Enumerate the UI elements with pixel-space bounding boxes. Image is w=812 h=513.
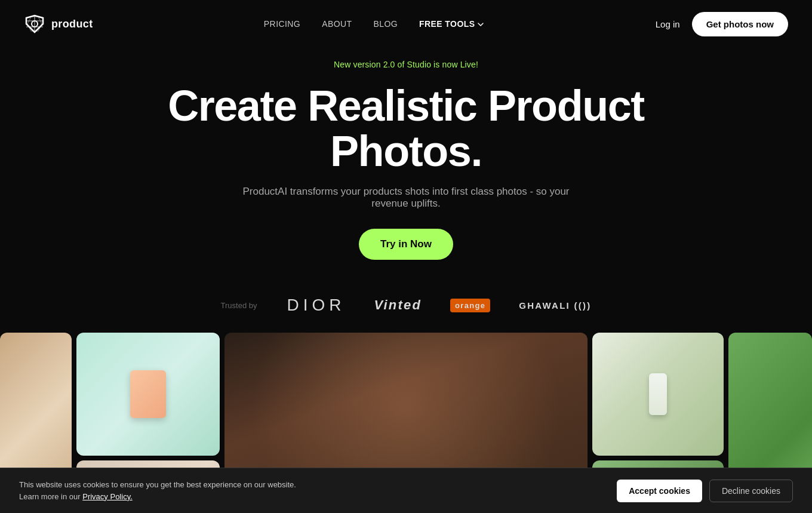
cookie-buttons: Accept cookies Decline cookies — [617, 480, 793, 502]
cookie-banner: This website uses cookies to ensure you … — [0, 468, 812, 513]
brand-orange: orange — [450, 299, 490, 312]
brand-dior: DIOR — [287, 296, 346, 315]
cookie-text: This website uses cookies to ensure you … — [19, 479, 605, 502]
privacy-policy-link[interactable]: Privacy Policy. — [82, 492, 133, 501]
logo-icon — [24, 13, 45, 35]
chevron-down-icon — [477, 21, 484, 28]
gallery-image-skincare — [592, 333, 724, 456]
hero-cta-button[interactable]: Try in Now — [359, 229, 453, 260]
brand-vinted: Vinted — [374, 297, 422, 313]
get-photos-button[interactable]: Get photos now — [692, 12, 788, 36]
main-nav: product PRICING ABOUT BLOG FREE TOOLS Lo… — [0, 0, 812, 48]
logo[interactable]: product — [24, 13, 93, 35]
trusted-logos: DIOR Vinted orange GHAWALI (()) — [287, 296, 592, 315]
nav-links: PRICING ABOUT BLOG FREE TOOLS — [264, 19, 485, 29]
gallery-image-perfume — [76, 333, 220, 456]
nav-item-free-tools[interactable]: FREE TOOLS — [419, 19, 484, 29]
hero-title: Create Realistic Product Photos. — [137, 84, 675, 174]
nav-item-blog[interactable]: BLOG — [373, 19, 398, 29]
hero-subtitle: ProductAI transforms your products shots… — [227, 186, 585, 210]
nav-item-pricing[interactable]: PRICING — [264, 19, 300, 29]
hero-section: New version 2.0 of Studio is now Live! C… — [0, 48, 812, 284]
logo-label: product — [51, 18, 93, 30]
login-button[interactable]: Log in — [656, 19, 680, 29]
accept-cookies-button[interactable]: Accept cookies — [617, 480, 702, 502]
nav-right: Log in Get photos now — [656, 12, 788, 36]
trusted-section: Trusted by DIOR Vinted orange GHAWALI ((… — [0, 284, 812, 333]
hero-banner: New version 2.0 of Studio is now Live! — [24, 60, 788, 69]
decline-cookies-button[interactable]: Decline cookies — [709, 480, 793, 502]
brand-ghawali: GHAWALI (()) — [519, 300, 591, 311]
nav-item-about[interactable]: ABOUT — [322, 19, 352, 29]
trusted-label: Trusted by — [221, 301, 257, 310]
